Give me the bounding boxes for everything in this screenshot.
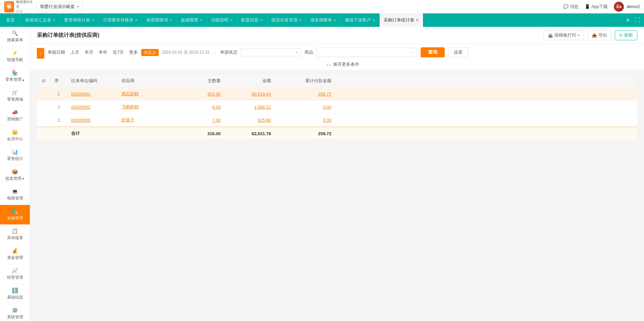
row3-code[interactable]: 00020005 — [67, 114, 117, 127]
tab-gongneng[interactable]: 功能说明 ✕ — [207, 13, 237, 27]
filter-toggle-btn[interactable]: › — [37, 48, 44, 59]
tab-yaohuo[interactable]: 要货单统计表 ✕ — [60, 13, 99, 27]
purchase-icon: 🛍️ — [12, 208, 18, 214]
row2-supplier[interactable]: 飞鹤奶粉 — [117, 101, 184, 114]
close-icon[interactable]: ✕ — [333, 18, 336, 22]
close-icon[interactable]: ✕ — [53, 18, 56, 22]
col-settings-header[interactable]: ⚙ — [37, 74, 50, 88]
date-label: 单据日期 — [48, 49, 65, 55]
shortcut-more[interactable]: 更多 — [127, 49, 140, 56]
query-btn[interactable]: 查询 — [421, 47, 445, 57]
row2-code[interactable]: 00020002 — [67, 101, 117, 114]
data-table: ⚙ 序 往来单位编码 供应商 主数量 金额 累计付款金额 — [37, 74, 637, 140]
finance-icon: 💰 — [12, 248, 18, 254]
row1-paid[interactable]: 259.72 — [275, 88, 335, 101]
col-amount-header: 金额 — [225, 74, 275, 88]
tab-home[interactable]: 首页 — [0, 13, 21, 27]
sidebar-search-btn[interactable]: 🔍 搜索菜单 — [0, 27, 30, 47]
print-btn[interactable]: 🖨️ 按模板打印 ▾ — [543, 30, 584, 40]
sidebar-item-retail-mgmt[interactable]: 🏪 零售管理 ▲ — [0, 66, 30, 86]
workspace-dropdown-icon: ▾ — [77, 4, 79, 9]
settings-btn[interactable]: 设置 — [448, 47, 468, 57]
logo-area: 畅 畅捷通好生意 标版 — [4, 0, 34, 14]
row3-supplier[interactable]: 好孩子 — [117, 114, 184, 127]
close-icon[interactable]: ✕ — [416, 18, 419, 22]
shortcut-last-month[interactable]: 上月 — [68, 49, 81, 56]
app-download-btn[interactable]: 📱 App下载 — [585, 4, 608, 10]
date-range-display: 2016-01-01 至 2023-12-31 — [162, 50, 209, 55]
row2-paid[interactable]: 0.00 — [275, 101, 335, 114]
tab-expand-icon[interactable]: ⛶ — [633, 16, 641, 24]
tab-chaochu[interactable]: 超储预警 ✕ — [177, 13, 207, 27]
row2-qty[interactable]: 6.00 — [184, 101, 225, 114]
tab-close-all-icon[interactable]: ✕ — [624, 16, 631, 25]
refresh-btn[interactable]: ↻ 刷新 — [615, 30, 637, 40]
sidebar-item-ecommerce[interactable]: 💻 电商管理 — [0, 185, 30, 205]
close-icon[interactable]: ✕ — [135, 18, 138, 22]
close-icon[interactable]: ✕ — [200, 18, 203, 22]
row1-qty[interactable]: 303.00 — [184, 88, 225, 101]
status-select[interactable]: ▾ — [241, 49, 301, 56]
row3-qty[interactable]: 7.00 — [184, 114, 225, 127]
tab-keyong[interactable]: 可用量库存账本 ✕ — [99, 13, 142, 27]
col-qty-header: 主数量 — [184, 74, 225, 88]
filter-area: › 单据日期 上月 本月 本年 近7天 更多 自定义 — [30, 44, 644, 70]
shortcut-this-month[interactable]: 本月 — [83, 49, 95, 56]
user-area[interactable]: Ea demo2 — [614, 2, 640, 12]
sidebar-item-marketing[interactable]: 📣 营销推广 — [0, 106, 30, 126]
workspace-selector[interactable]: 母婴行业演示账套 ▾ — [36, 2, 83, 11]
sidebar-item-basic[interactable]: ℹ️ 基础信息 — [0, 284, 30, 304]
row3-paid[interactable]: 0.00 — [275, 114, 335, 127]
close-icon[interactable]: ✕ — [260, 18, 263, 22]
row1-code[interactable]: 00020001 — [67, 88, 117, 101]
shortcut-this-year[interactable]: 本年 — [97, 49, 109, 56]
sidebar-item-quicknav[interactable]: ⚡ 快捷导航 — [0, 47, 30, 66]
expand-icon: ⌄⌄ — [326, 62, 332, 67]
ecommerce-icon: 💻 — [12, 189, 18, 195]
expand-more-btn[interactable]: ⌄⌄ 展开更多条件 — [48, 59, 637, 70]
close-icon[interactable]: ✕ — [299, 18, 302, 22]
footer-seq — [50, 127, 67, 140]
message-btn[interactable]: 💬 消息 — [563, 4, 579, 10]
tab-jianhuo[interactable]: 拣货任务管理 ✕ — [267, 13, 306, 27]
row1-settings — [37, 88, 50, 101]
tab-caigou-active[interactable]: 采购订单统计表 ✕ — [380, 13, 423, 27]
tab-peizhi[interactable]: 配置信息 ✕ — [237, 13, 267, 27]
sidebar-item-member[interactable]: 👑 会员中心 — [0, 126, 30, 146]
custom-date-badge[interactable]: 自定义 — [141, 49, 159, 56]
export-btn[interactable]: 📤 导出 — [587, 30, 611, 40]
close-icon[interactable]: ✕ — [92, 18, 95, 22]
tab-chengben[interactable]: 成本调整单 ✕ — [306, 13, 341, 27]
sidebar-item-retail-mall[interactable]: 🛒 零售商城 — [0, 86, 30, 106]
sidebar-item-retail-stats[interactable]: 📊 零售统计 — [0, 146, 30, 165]
sidebar-item-wholesale[interactable]: 📦 批发管理 ▼ — [0, 165, 30, 185]
row1-supplier[interactable]: 惠氏奶粉 — [117, 88, 184, 101]
tab-yaoqing[interactable]: 邀请下游客户 ✕ — [341, 13, 380, 27]
col-seq-header: 序 — [50, 74, 67, 88]
sidebar-item-operations[interactable]: 📈 经营管理 — [0, 264, 30, 284]
sidebar-item-inventory[interactable]: 📋 库存核算 — [0, 225, 30, 245]
close-icon[interactable]: ✕ — [169, 18, 172, 22]
row2-amount[interactable]: 1,586.52 — [225, 101, 275, 114]
row1-amount[interactable]: 60,519.44 — [225, 88, 275, 101]
sidebar-item-system[interactable]: ⚙️ 系统管理 — [0, 304, 30, 321]
page-title: 采购订单统计表(按供应商) — [37, 32, 100, 39]
user-name: demo2 — [627, 4, 640, 9]
shortcut-7days[interactable]: 近7天 — [111, 49, 126, 56]
search-icon: 🔍 — [12, 30, 18, 36]
tab-baozhi[interactable]: 保质期查询 ✕ — [142, 13, 177, 27]
row1-seq: 1 — [50, 88, 67, 101]
close-icon[interactable]: ✕ — [230, 18, 233, 22]
sidebar-item-purchase[interactable]: 🛍️ 采购管理 — [0, 205, 30, 225]
quick-nav-icon: ⚡ — [12, 50, 18, 56]
wholesale-icon: 📦 — [12, 169, 18, 175]
row3-amount[interactable]: 525.80 — [225, 114, 275, 127]
tab-shoufacun[interactable]: 收发存汇总表 ✕ — [21, 13, 60, 27]
print-dropdown-icon: ▾ — [578, 33, 580, 38]
content-area: 采购订单统计表(按供应商) 🖨️ 按模板打印 ▾ 📤 导出 ↻ 刷新 — [30, 27, 644, 321]
close-icon[interactable]: ✕ — [372, 18, 375, 22]
row2-seq: 2 — [50, 101, 67, 114]
sidebar-item-finance[interactable]: 💰 资金管理 — [0, 245, 30, 264]
goods-input[interactable]: ··· — [317, 48, 417, 57]
filter-separator: | — [214, 50, 215, 55]
